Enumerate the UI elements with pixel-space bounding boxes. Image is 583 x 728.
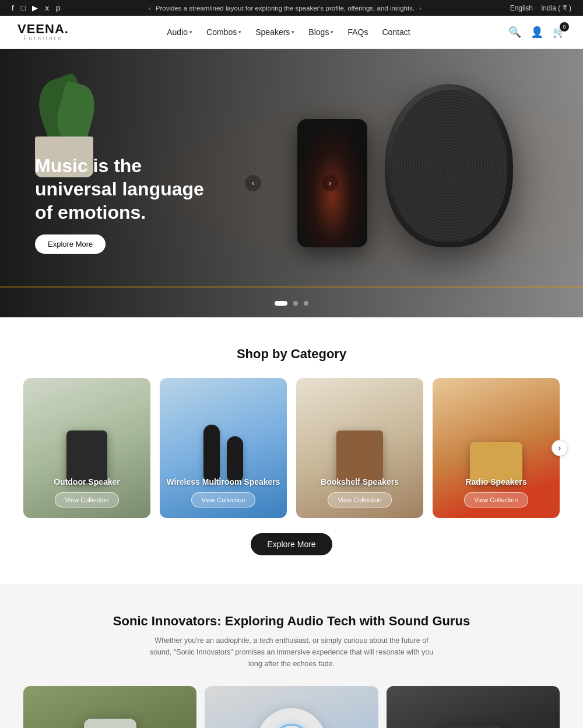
hero-next-button[interactable]: ›: [322, 175, 338, 191]
hero-dots: [275, 301, 308, 306]
promo-text: Provides a streamlined layout for explor…: [156, 5, 415, 12]
social-links: f □ ▶ x p: [12, 4, 60, 12]
nav-speakers[interactable]: Speakers ▾: [255, 27, 294, 37]
category-next-button[interactable]: ›: [552, 440, 568, 456]
category-card-outdoor[interactable]: Outdoor Speaker View Collection: [23, 378, 150, 518]
category-row: Outdoor Speaker View Collection Wireless…: [23, 378, 560, 518]
radio-category-name: Radio Speakers: [465, 477, 526, 487]
account-icon[interactable]: 👤: [531, 26, 543, 38]
logo[interactable]: VEENA. Furniture: [17, 23, 69, 41]
sonic-description: Whether you're an audiophile, a tech ent…: [146, 635, 437, 670]
sonic-card-waterproof[interactable]: Waterproof Speaker: [387, 686, 560, 728]
blogs-caret: ▾: [331, 29, 333, 35]
hero-dot-3[interactable]: [304, 301, 308, 306]
nav-faqs[interactable]: FAQs: [347, 27, 368, 37]
wireless-view-collection-btn[interactable]: View Collection: [191, 492, 255, 508]
hero-cta-button[interactable]: Explore More: [35, 235, 106, 254]
pinterest-icon[interactable]: p: [56, 4, 60, 12]
currency-selector[interactable]: India ( ₹ ): [541, 4, 571, 12]
main-nav: Audio ▾ Combos ▾ Speakers ▾ Blogs ▾ FAQs…: [167, 27, 410, 37]
audio-caret: ▾: [189, 29, 192, 35]
nav-audio[interactable]: Audio ▾: [167, 27, 192, 37]
outdoor-label-area: Outdoor Speaker View Collection: [23, 477, 150, 518]
top-bar: f □ ▶ x p ‹ Provides a streamlined layou…: [0, 0, 583, 16]
explore-btn-wrap: Explore More: [23, 533, 560, 555]
shop-by-category-section: Shop by Category Outdoor Speaker View Co…: [0, 317, 583, 584]
search-icon[interactable]: 🔍: [508, 26, 521, 38]
facebook-icon[interactable]: f: [12, 4, 14, 12]
promo-bar: ‹ Provides a streamlined layout for expl…: [60, 5, 510, 12]
hero-prev-button[interactable]: ‹: [245, 175, 261, 191]
hero-title: Music is the universal language of emoti…: [35, 154, 210, 224]
bookshelf-label-area: Bookshelf Speakers View Collection: [296, 477, 423, 518]
sonic-card-outdoor[interactable]: Outdoor Speaker: [23, 686, 196, 728]
hero-table-decoration: [0, 286, 583, 288]
category-card-radio[interactable]: Radio Speakers View Collection: [433, 378, 560, 518]
bookshelf-speaker-decoration: [336, 430, 383, 483]
explore-more-button[interactable]: Explore More: [251, 533, 332, 555]
hero-dot-2[interactable]: [293, 301, 298, 306]
twitter-x-icon[interactable]: x: [45, 4, 49, 12]
nav-combos[interactable]: Combos ▾: [206, 27, 241, 37]
sonic-grid: Outdoor Speaker Bluetooth Speaker Waterp…: [23, 686, 560, 728]
hero-banner: Music is the universal language of emoti…: [0, 49, 583, 317]
radio-view-collection-btn[interactable]: View Collection: [464, 492, 528, 508]
outdoor-speaker-decoration: [66, 430, 107, 483]
sonic-section: Sonic Innovators: Exploring Audio Tech w…: [0, 584, 583, 728]
sonic-card-bluetooth[interactable]: Bluetooth Speaker: [205, 686, 378, 728]
promo-prev-arrow[interactable]: ‹: [149, 5, 151, 12]
promo-next-arrow[interactable]: ›: [419, 5, 422, 12]
wireless-label-area: Wireless Multiroom Speakers View Collect…: [160, 477, 287, 518]
sonic-wp-speaker: [444, 726, 502, 728]
logo-name: VEENA.: [17, 23, 69, 36]
speakers-caret: ▾: [292, 29, 294, 35]
logo-subtitle: Furniture: [17, 36, 69, 41]
outdoor-view-collection-btn[interactable]: View Collection: [55, 492, 118, 508]
cart-badge: 0: [560, 22, 569, 32]
sonic-bt-speaker: [257, 708, 326, 728]
header: VEENA. Furniture Audio ▾ Combos ▾ Speake…: [0, 16, 583, 49]
nav-blogs[interactable]: Blogs ▾: [308, 27, 333, 37]
top-bar-right: English India ( ₹ ): [510, 4, 571, 12]
outdoor-category-name: Outdoor Speaker: [54, 477, 120, 487]
radio-label-area: Radio Speakers View Collection: [433, 477, 560, 518]
hero-dot-1[interactable]: [275, 301, 287, 306]
language-selector[interactable]: English: [510, 4, 533, 12]
instagram-icon[interactable]: □: [21, 4, 26, 12]
category-card-bookshelf[interactable]: Bookshelf Speakers View Collection: [296, 378, 423, 518]
category-card-wireless[interactable]: Wireless Multiroom Speakers View Collect…: [160, 378, 287, 518]
bookshelf-category-name: Bookshelf Speakers: [321, 477, 399, 487]
header-icons: 🔍 👤 🛒 0: [508, 26, 566, 38]
shop-section-title: Shop by Category: [23, 346, 560, 362]
hero-content: Music is the universal language of emoti…: [35, 154, 210, 254]
wireless-speaker-decoration: [203, 425, 243, 483]
bookshelf-view-collection-btn[interactable]: View Collection: [328, 492, 391, 508]
sonic-title: Sonic Innovators: Exploring Audio Tech w…: [23, 614, 560, 629]
nav-contact[interactable]: Contact: [382, 27, 410, 37]
hero-speaker-decoration: [385, 84, 513, 247]
youtube-icon[interactable]: ▶: [32, 4, 38, 12]
cart-icon[interactable]: 🛒 0: [553, 26, 566, 38]
wireless-category-name: Wireless Multiroom Speakers: [166, 477, 280, 487]
combos-caret: ▾: [238, 29, 241, 35]
sonic-outdoor-speaker: [84, 719, 136, 728]
